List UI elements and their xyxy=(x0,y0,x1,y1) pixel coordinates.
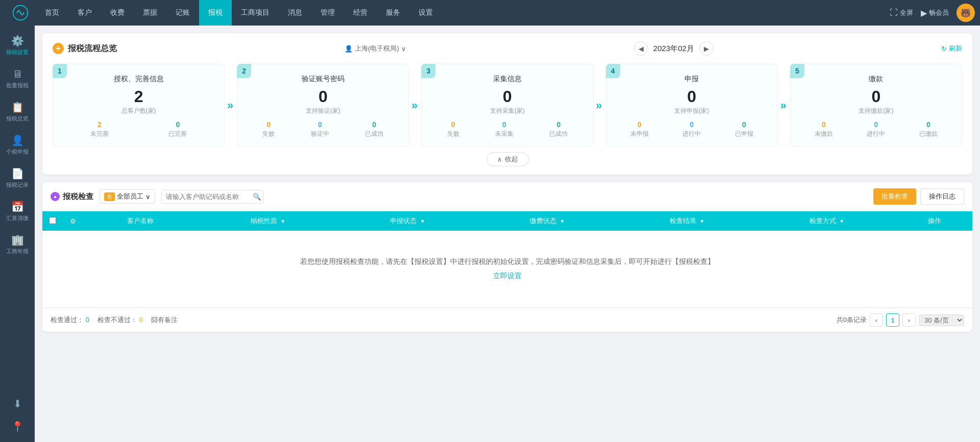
step-3-stats: 0 失败 0 未采集 0 已成功 xyxy=(429,120,585,138)
step-3-lbl-1: 未采集 xyxy=(495,130,513,138)
nav-customer[interactable]: 客户 xyxy=(68,0,101,26)
col-pay-status[interactable]: 缴费状态 ▼ xyxy=(477,211,617,231)
collapse-arrow-icon: ∧ xyxy=(497,156,502,163)
col-check-method[interactable]: 检查方式 ▼ xyxy=(757,211,897,231)
nav-service[interactable]: 服务 xyxy=(377,0,409,26)
search-icon: 🔍 xyxy=(253,193,261,201)
step-5-lbl-1: 进行中 xyxy=(867,130,885,138)
step-2-lbl-0: 失败 xyxy=(262,130,275,138)
step-3-stat-2[interactable]: 0 已成功 xyxy=(549,120,568,138)
check-result-filter-icon: ▼ xyxy=(699,218,704,224)
location-text: 上海(电子税局) xyxy=(355,44,399,53)
col-declare-status[interactable]: 申报状态 ▼ xyxy=(338,211,478,231)
step-2-stat-2[interactable]: 0 已成功 xyxy=(365,120,383,138)
col-check-result[interactable]: 检查结果 ▼ xyxy=(617,211,757,231)
tax-check-section: ● 报税检查 全 全部员工 ∨ 🔍 批量检查 操作日志 xyxy=(42,182,972,332)
check-method-filter-icon: ▼ xyxy=(839,218,844,224)
next-month-btn[interactable]: ▶ xyxy=(699,41,714,56)
vip-btn[interactable]: ▶ 畅会员 xyxy=(921,8,949,18)
sidebar-item-label-reconciliation: 汇算清缴 xyxy=(6,214,29,222)
employee-tag-icon: 全 xyxy=(104,192,115,201)
nav-manage[interactable]: 管理 xyxy=(311,0,344,26)
avatar[interactable]: 🐻 xyxy=(957,4,975,22)
fail-text: 检查不通过： xyxy=(97,316,137,324)
step-1-val-1: 0 xyxy=(176,120,180,129)
sidebar-item-annual-report[interactable]: 🏢 工商年报 xyxy=(1,230,34,260)
step-4-lbl-2: 已申报 xyxy=(735,130,753,138)
step-5-stat-0[interactable]: 0 未缴款 xyxy=(815,120,833,138)
nav-settings[interactable]: 设置 xyxy=(409,0,442,26)
prev-page-btn[interactable]: ‹ xyxy=(870,313,883,327)
select-all-checkbox[interactable] xyxy=(49,217,56,224)
col-operation: 操作 xyxy=(897,211,972,231)
sidebar-item-tax-overview[interactable]: 📋 报税总览 xyxy=(1,97,34,128)
step-3-stat-1[interactable]: 0 未采集 xyxy=(495,120,513,138)
sidebar-item-download[interactable]: ⬇ xyxy=(1,394,34,414)
search-input[interactable] xyxy=(162,190,249,203)
step-2-title: 验证账号密码 xyxy=(244,75,401,84)
page-size-select[interactable]: 30 条/页 50 条/页 100 条/页 xyxy=(919,314,964,326)
step-5-sublabel: 支持缴款(家) xyxy=(798,107,954,115)
fail-label: 检查不通过： 0 xyxy=(97,315,143,325)
step-4-stat-0[interactable]: 0 未申报 xyxy=(630,120,649,138)
nav-invoice[interactable]: 票据 xyxy=(134,0,166,26)
search-btn[interactable]: 🔍 xyxy=(249,190,263,203)
sidebar-item-location[interactable]: 📍 xyxy=(1,416,34,437)
next-page-btn[interactable]: › xyxy=(902,313,916,327)
step-2-stat-1[interactable]: 0 验证中 xyxy=(311,120,329,138)
collapse-btn[interactable]: ∧ 收起 xyxy=(486,152,529,166)
sidebar-item-batch-tax[interactable]: 🖥 批量报税 xyxy=(1,64,34,94)
refresh-btn[interactable]: ↻ 刷新 xyxy=(941,44,962,53)
employee-filter-text: 全部员工 xyxy=(117,192,143,201)
refresh-label: 刷新 xyxy=(949,44,962,53)
step-3-stat-0[interactable]: 0 失败 xyxy=(447,120,459,138)
step-5-stat-2[interactable]: 0 已缴款 xyxy=(919,120,938,138)
fullscreen-btn[interactable]: ⛶ 全屏 xyxy=(890,8,913,17)
step-2-val-2: 0 xyxy=(372,120,376,129)
sidebar-item-tax-record[interactable]: 📄 报税记录 xyxy=(1,163,34,194)
step-3-val-0: 0 xyxy=(451,120,455,129)
nav-operation[interactable]: 经营 xyxy=(344,0,377,26)
step-3-title: 采集信息 xyxy=(429,75,585,84)
step-2-num: 2 xyxy=(237,64,251,78)
batch-check-btn[interactable]: 批量检查 xyxy=(873,188,916,205)
nav-accounting[interactable]: 记账 xyxy=(166,0,199,26)
check-table: ⚙ 客户名称 纳税性质 ▼ 申报状态 ▼ xyxy=(42,211,972,308)
app-logo[interactable] xyxy=(5,5,36,21)
step-2-val-0: 0 xyxy=(266,120,271,129)
location-tag[interactable]: 👤 上海(电子税局) ∨ xyxy=(345,44,406,53)
step-4-stat-1[interactable]: 0 进行中 xyxy=(682,120,701,138)
prev-month-btn[interactable]: ◀ xyxy=(634,41,648,56)
col-tax-type[interactable]: 纳税性质 ▼ xyxy=(198,211,338,231)
op-log-btn[interactable]: 操作日志 xyxy=(920,188,964,205)
empty-setup-link[interactable]: 立即设置 xyxy=(493,272,522,280)
sidebar-item-label-tax-overview: 报税总览 xyxy=(6,115,29,122)
nav-message[interactable]: 消息 xyxy=(279,0,311,26)
overview-title-text: 报税流程总览 xyxy=(68,43,117,54)
pass-text: 检查通过： xyxy=(51,316,84,324)
step-4-title: 申报 xyxy=(614,75,770,84)
avatar-emoji: 🐻 xyxy=(961,8,971,18)
step-1-title: 授权、完善信息 xyxy=(60,75,217,84)
employee-filter[interactable]: 全 全部员工 ∨ xyxy=(100,189,155,204)
sidebar-item-label-tax-record: 报税记录 xyxy=(6,181,29,189)
step-5-stat-1[interactable]: 0 进行中 xyxy=(867,120,885,138)
sidebar-item-tax-settings[interactable]: ⚙️ 报税设置 xyxy=(1,31,34,61)
sidebar-item-personal-tax[interactable]: 👤 个税申报 xyxy=(1,130,34,161)
pass-count[interactable]: 0 xyxy=(86,316,89,324)
nav-fee[interactable]: 收费 xyxy=(101,0,134,26)
nav-home[interactable]: 首页 xyxy=(36,0,68,26)
date-navigation: ◀ 2023年02月 ▶ xyxy=(634,41,714,56)
empty-message: 若您想使用报税检查功能，请先在【报税设置】中进行报税的初始化设置，完成密码验证和… xyxy=(59,257,956,266)
step-collect: 3 采集信息 0 支持采集(家) 0 失败 0 未采集 xyxy=(421,64,593,147)
fail-count[interactable]: 0 xyxy=(139,316,142,324)
collapse-label: 收起 xyxy=(505,155,518,164)
step-1-stat-0[interactable]: 2 未完善 xyxy=(90,120,109,138)
sidebar-item-reconciliation[interactable]: 📅 汇算清缴 xyxy=(1,197,34,227)
step-2-stat-0[interactable]: 0 失败 xyxy=(262,120,275,138)
step-1-stat-1[interactable]: 0 已完善 xyxy=(168,120,187,138)
nav-tax[interactable]: 报税 xyxy=(199,0,232,26)
nav-business[interactable]: 工商项目 xyxy=(232,0,279,26)
nav-menu: 首页 客户 收费 票据 记账 报税 工商项目 消息 管理 经营 服务 设置 xyxy=(36,0,890,26)
step-4-stat-2[interactable]: 0 已申报 xyxy=(735,120,753,138)
